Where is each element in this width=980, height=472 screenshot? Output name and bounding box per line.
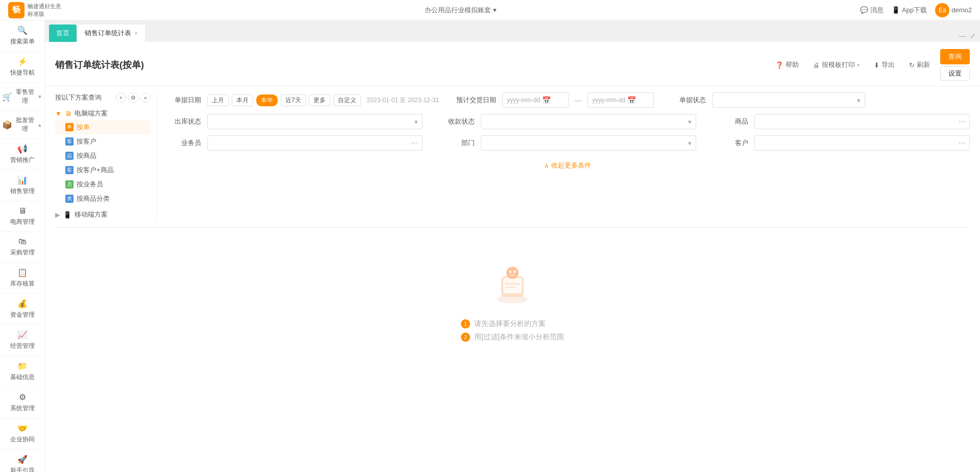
svg-point-3 (506, 267, 519, 279)
date-btn-more[interactable]: 更多 (309, 95, 330, 106)
salesperson-input[interactable]: ··· (207, 135, 423, 151)
sidebar-item-new-user[interactable]: 🚀 新手引导 (0, 450, 44, 472)
svg-rect-7 (505, 287, 516, 288)
sidebar-item-sales[interactable]: 📊 销售管理 (0, 170, 44, 201)
print-arrow-icon: ▾ (857, 62, 860, 68)
download-icon: 📱 (892, 6, 900, 14)
purchase-icon: 🛍 (18, 237, 27, 246)
settings-btn[interactable]: 设置 (940, 66, 970, 81)
order-status-chevron: ▾ (857, 97, 861, 104)
sidebar-item-inventory[interactable]: 📋 库存核算 (0, 263, 44, 294)
department-select[interactable]: ▾ (481, 135, 696, 151)
logo-icon: 畅 (8, 2, 24, 18)
sidebar-item-enterprise[interactable]: 🤝 企业协同 (0, 418, 44, 450)
payment-chevron: ▾ (688, 118, 692, 126)
scheme-item-icon-prod-cat: 类 (65, 195, 74, 203)
product-label: 商品 (713, 117, 748, 126)
date-btn-current-year[interactable]: 本年 (256, 95, 278, 106)
help-icon: ❓ (775, 61, 783, 69)
scheme-item-by-customer-product[interactable]: 客 按客户+商品 (55, 163, 151, 177)
scheme-header: 按以下方案查询 + ⚙ « (55, 92, 151, 103)
topbar-right: 💬 消息 📱 App下载 Ea demo2 (860, 3, 972, 17)
page-content: 销售订单统计表(按单) ❓ 帮助 🖨 按模板打印 ▾ ⬇ 导出 (45, 42, 980, 472)
order-status-label: 单据状态 (670, 96, 706, 105)
app-download-btn[interactable]: 📱 App下载 (892, 6, 927, 15)
query-btn[interactable]: 查询 (940, 49, 970, 64)
expected-date-end[interactable]: yyyy-mm-dd 📅 (587, 92, 654, 108)
scheme-category-mobile[interactable]: ▶ 📱 移动端方案 (55, 208, 151, 221)
sidebar-item-purchase[interactable]: 🛍 采购管理 (0, 232, 44, 263)
quick-nav-icon: ⚡ (17, 57, 28, 66)
tab-home[interactable]: 首页 (49, 25, 77, 42)
department-label: 部门 (439, 138, 475, 148)
sidebar-item-operations[interactable]: 📈 经营管理 (0, 325, 44, 356)
scheme-item-by-product-category[interactable]: 类 按商品分类 (55, 192, 151, 206)
tab-bar: 首页 销售订单统计表 × — ⤢ (45, 20, 980, 42)
scheme-item-by-product[interactable]: 品 按商品 (55, 149, 151, 163)
product-input[interactable]: ··· (754, 114, 970, 129)
message-btn[interactable]: 💬 消息 (860, 6, 884, 15)
expected-date-start[interactable]: yyyy-mm-dd 📅 (502, 92, 569, 108)
user-area[interactable]: Ea demo2 (935, 3, 972, 17)
tab-minimize-icon[interactable]: — (959, 32, 966, 40)
calendar-end-icon: 📅 (627, 96, 636, 104)
scheme-item-by-customer[interactable]: 客 按客户 (55, 134, 151, 149)
scheme-item-icon-cust-prod: 客 (65, 166, 74, 174)
payment-status-select[interactable]: ▾ (481, 114, 696, 129)
tab-close-icon[interactable]: × (134, 30, 138, 37)
scheme-collapse-btn[interactable]: « (140, 92, 151, 103)
product-selector[interactable]: 办公用品行业模拟账套 ▾ (425, 6, 497, 15)
sidebar-item-wholesale[interactable]: 📦 批发管理 ▲ (0, 111, 44, 139)
sales-icon: 📊 (17, 175, 28, 185)
query-btn-area: 查询 设置 (940, 49, 970, 81)
sidebar-item-marketing[interactable]: 📢 营销推广 (0, 139, 44, 170)
sidebar-item-finance[interactable]: 💰 资金管理 (0, 294, 44, 325)
calendar-start-icon: 📅 (542, 96, 551, 104)
date-btn-current-month[interactable]: 本月 (232, 95, 253, 106)
retail-icon: 🛒 (2, 92, 12, 102)
scheme-actions: + ⚙ « (116, 92, 151, 103)
refresh-btn[interactable]: ↻ 刷新 (905, 58, 934, 72)
scheme-item-by-salesperson[interactable]: 员 按业务员 (55, 177, 151, 192)
scheme-panel: 按以下方案查询 + ⚙ « ▼ 🖥 电脑端方案 单 (55, 92, 157, 221)
order-status-select[interactable]: ▾ (712, 92, 865, 108)
delivery-status-select[interactable]: ▾ (207, 114, 423, 129)
main-layout: 🔍 搜索菜单 ⚡ 快捷导航 🛒 零售管理 ▼ 📦 批发管理 ▲ 📢 营销推广 📊… (0, 20, 980, 472)
department-chevron: ▾ (688, 139, 692, 147)
sidebar-item-search-menu[interactable]: 🔍 搜索菜单 (0, 20, 44, 52)
date-btn-custom[interactable]: 自定义 (333, 95, 361, 106)
sidebar-item-retail[interactable]: 🛒 零售管理 ▼ (0, 83, 44, 111)
print-icon: 🖨 (813, 61, 820, 69)
scheme-category-desktop[interactable]: ▼ 🖥 电脑端方案 (55, 107, 151, 120)
empty-tips: 1 请先选择要分析的方案 2 用[过滤]条件来缩小分析范围 (461, 319, 564, 342)
tip-number-1: 1 (461, 319, 470, 328)
customer-input[interactable]: ··· (754, 135, 970, 151)
print-btn[interactable]: 🖨 按模板打印 ▾ (809, 58, 864, 72)
customer-label: 客户 (713, 138, 748, 148)
sidebar-item-ecommerce[interactable]: 🖥 电商管理 (0, 201, 44, 232)
tip-number-2: 2 (461, 333, 470, 342)
tab-sales-order[interactable]: 销售订单统计表 × (78, 25, 145, 42)
collapse-more-btn[interactable]: ∧ 收起更多条件 (165, 157, 970, 174)
filter-row-2: 出库状态 ▾ 收款状态 ▾ 商品 ··· (165, 114, 970, 129)
empty-svg (487, 258, 538, 310)
svg-point-4 (509, 271, 511, 273)
date-btn-last-7-days[interactable]: 近7天 (281, 95, 306, 106)
scheme-add-btn[interactable]: + (116, 92, 126, 103)
marketing-icon: 📢 (17, 144, 28, 154)
sidebar: 🔍 搜索菜单 ⚡ 快捷导航 🛒 零售管理 ▼ 📦 批发管理 ▲ 📢 营销推广 📊… (0, 20, 45, 472)
tab-maximize-icon[interactable]: ⤢ (970, 32, 976, 40)
export-btn[interactable]: ⬇ 导出 (870, 58, 899, 72)
sidebar-item-quick-nav[interactable]: ⚡ 快捷导航 (0, 52, 44, 83)
scheme-item-icon-order: 单 (65, 123, 74, 131)
sidebar-item-system[interactable]: ⚙ 系统管理 (0, 387, 44, 418)
scheme-item-by-order[interactable]: 单 按单 (55, 120, 151, 134)
finance-icon: 💰 (17, 299, 28, 309)
scheme-settings-btn[interactable]: ⚙ (128, 92, 138, 103)
date-btn-last-month[interactable]: 上月 (207, 95, 229, 106)
help-btn[interactable]: ❓ 帮助 (771, 58, 803, 72)
page-header: 销售订单统计表(按单) ❓ 帮助 🖨 按模板打印 ▾ ⬇ 导出 (45, 42, 980, 86)
sidebar-item-basic-info[interactable]: 📁 基础信息 (0, 356, 44, 387)
mobile-category-icon: 📱 (63, 211, 71, 219)
topbar-center: 办公用品行业模拟账套 ▾ (425, 6, 497, 15)
